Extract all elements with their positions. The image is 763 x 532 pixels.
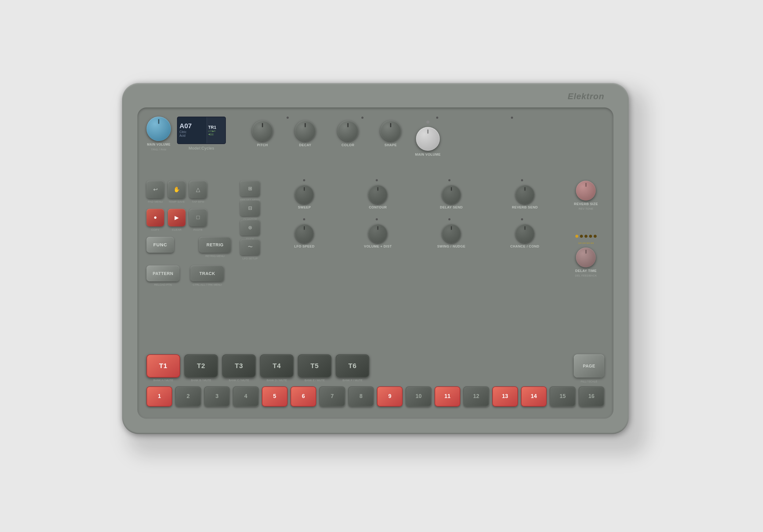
contour-indicator	[376, 179, 378, 181]
track-t1-button[interactable]: T1 BANK A / MUTE	[147, 354, 180, 377]
retrig-button[interactable]: RETRIG RETRIG MENU	[199, 237, 231, 253]
preset-menu-icon: ⊞	[248, 185, 252, 191]
temp-save-label: TEMP SAVE	[168, 200, 185, 203]
delay-send-label: DELAY SEND	[440, 205, 463, 209]
step-11-button[interactable]: 11	[435, 386, 460, 406]
reverb-size-knob[interactable]	[576, 181, 596, 200]
sweep-knob[interactable]	[295, 185, 314, 204]
step-12-button[interactable]: 12	[463, 386, 489, 406]
delay-dot-4	[589, 235, 592, 238]
copy-icon: ●	[154, 214, 157, 221]
page-sublabel: FILL / SCALE	[581, 380, 598, 383]
level-data-sublabel: TRIG / PAN	[151, 148, 166, 151]
copy-button[interactable]: ● COPY	[147, 209, 164, 227]
lfo-speed-knob[interactable]	[295, 224, 314, 243]
color-knob[interactable]	[338, 121, 358, 141]
pattern-sublabel: RELOAD PTN	[154, 283, 172, 286]
track-label: TRACK	[199, 271, 215, 276]
preset-menu-button[interactable]: ⊞ PRESET MENU	[240, 181, 260, 197]
clear-button[interactable]: ▶ CLEAR	[168, 209, 185, 227]
main-volume-label: MAIN VOLUME	[415, 153, 441, 156]
step-9-button[interactable]: 9	[377, 386, 402, 406]
step-5-button[interactable]: 5	[262, 386, 287, 406]
power-indicator	[426, 121, 429, 124]
track-t6-label: T6	[348, 362, 357, 370]
level-data-area: MAIN VOLUME TRIG / PAN	[147, 117, 171, 151]
step-13-button[interactable]: 13	[492, 386, 518, 406]
vol-dist-knob[interactable]	[369, 224, 387, 243]
delay-send-knob[interactable]	[442, 185, 461, 204]
track-t2-button[interactable]: T2 BANK B / MUTE	[184, 354, 218, 377]
reverb-send-knob-group: REVERB SEND	[507, 185, 543, 209]
pad-menu-button[interactable]: ↩ PAD MENU	[147, 181, 164, 198]
step-1-label: 1	[158, 393, 161, 399]
level-data-knob[interactable]	[147, 117, 171, 141]
display-patch-name: TR1	[208, 125, 224, 129]
chance-cond-knob-group: CHANCE / COND	[507, 224, 543, 248]
step-3-button[interactable]: 3	[204, 386, 230, 406]
track-t4-button[interactable]: T4 BANK D / MUTE	[260, 354, 294, 377]
step-14-button[interactable]: 14	[521, 386, 547, 406]
step-2-button[interactable]: 2	[175, 386, 201, 406]
delay-send-knob-group: DELAY SEND	[433, 185, 470, 209]
display-screen: A07 CitricAcid TR1 LCD▶R ◀|||||||	[177, 117, 226, 144]
step-6-button[interactable]: 6	[290, 386, 316, 406]
click-icon: ⊛	[248, 225, 252, 230]
shape-knob[interactable]	[380, 121, 401, 141]
paste-button[interactable]: □ PASTE	[189, 209, 207, 227]
track-sublabel: CTRL ALL / TRK MENU	[193, 283, 222, 286]
track-t3-sublabel: BANK C / MUTE	[229, 379, 249, 382]
delay-dot-2	[580, 235, 583, 238]
reverb-send-knob[interactable]	[515, 185, 534, 204]
track-t2-label: T2	[197, 362, 205, 370]
click-button[interactable]: ⊛ CLICK	[240, 220, 260, 236]
step-8-button[interactable]: 8	[348, 386, 374, 406]
track-t1-sublabel: BANK A / MUTE	[153, 379, 173, 382]
step-10-button[interactable]: 10	[406, 386, 431, 406]
step-1-button[interactable]: 1	[147, 386, 172, 406]
delay-time-knob[interactable]	[576, 248, 596, 267]
step-16-button[interactable]: 16	[579, 386, 604, 406]
pad-menu-icon: ↩	[153, 186, 158, 193]
elektron-device: Elektron MAIN VOLUME TRIG / PAN A07 Citr…	[122, 83, 629, 434]
func-button[interactable]: FUNC	[147, 237, 174, 253]
swing-nudge-knob[interactable]	[442, 224, 461, 243]
reverb-size-label: REVERB SIZE	[574, 202, 598, 206]
shape-label: SHAPE	[384, 143, 397, 147]
pitch-knob[interactable]	[252, 121, 273, 141]
sweep-label: SWEEP	[298, 205, 311, 209]
pitch-indicator	[286, 117, 289, 119]
display-preset-code: A07	[179, 123, 205, 129]
clear-label: CLEAR	[172, 228, 181, 231]
swing-indicator	[448, 218, 451, 220]
track-t3-label: T3	[235, 362, 243, 370]
track-t5-button[interactable]: T5 BANK E / MUTE	[298, 354, 331, 377]
delay-time-label: DELAY TIME	[575, 269, 597, 272]
step-15-button[interactable]: 15	[550, 386, 575, 406]
page-button[interactable]: PAGE FILL / SCALE	[574, 354, 604, 377]
decay-knob-group: DECAY	[284, 121, 327, 147]
lfo-setup-button[interactable]: 〜 LFO SETUP	[240, 239, 260, 255]
clear-icon: ▶	[174, 214, 179, 221]
display-area: A07 CitricAcid TR1 LCD▶R ◀||||||| Model:…	[177, 117, 226, 151]
shape-knob-group: SHAPE	[369, 121, 412, 147]
pattern-button[interactable]: PATTERN RELOAD PTN	[147, 266, 179, 281]
quantize-button[interactable]: ⊟ QUANTIZE	[240, 200, 260, 216]
retrig-sublabel: RETRIG MENU	[205, 255, 225, 258]
chance-cond-knob[interactable]	[515, 224, 534, 243]
track-button[interactable]: TRACK CTRL ALL / TRK MENU	[190, 266, 224, 281]
track-t6-button[interactable]: T6 BANK F / MUTE	[336, 354, 369, 377]
step-4-button[interactable]: 4	[233, 386, 259, 406]
track-t4-label: T4	[272, 362, 281, 370]
level-data-label: MAIN VOLUME	[147, 143, 170, 146]
main-volume-knob[interactable]	[416, 127, 440, 151]
temp-save-button[interactable]: ✋ TEMP SAVE	[168, 181, 185, 198]
step-7-button[interactable]: 7	[319, 386, 345, 406]
decay-knob[interactable]	[295, 121, 316, 141]
track-t3-button[interactable]: T3 BANK C / MUTE	[222, 354, 256, 377]
step-5-label: 5	[273, 393, 276, 399]
contour-knob[interactable]	[369, 185, 387, 204]
tap-bpm-button[interactable]: △ TAP BPM	[189, 181, 207, 198]
delay-dot-3	[585, 235, 588, 238]
step-buttons-row: 1 2 3 4 5 6	[147, 386, 604, 406]
